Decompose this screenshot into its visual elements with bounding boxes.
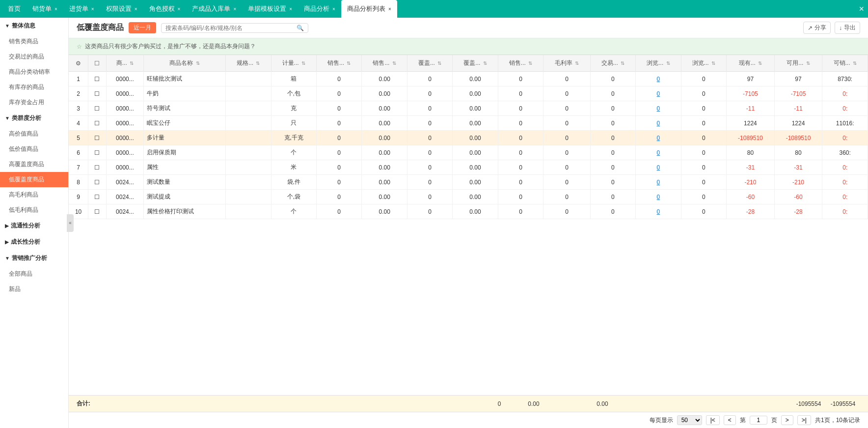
col-header-name[interactable]: 商品名称 ⇅	[144, 55, 226, 72]
export-button[interactable]: ↓ 导出	[835, 22, 860, 34]
table-cell-browse1[interactable]: 0	[636, 131, 681, 145]
nav-tab-单据模板设置[interactable]: 单据模板设置×	[242, 0, 298, 18]
table-cell-browse1[interactable]: 0	[636, 145, 681, 160]
col-header-browse2[interactable]: 浏览... ⇅	[681, 55, 726, 72]
tab-close-icon[interactable]: ×	[289, 6, 292, 12]
nav-tab-首页[interactable]: 首页	[2, 0, 27, 18]
col-header-sales_amt[interactable]: 销售... ⇅	[362, 55, 407, 72]
col-header-available_stock[interactable]: 可用... ⇅	[774, 55, 822, 72]
tab-close-icon[interactable]: ×	[178, 6, 181, 12]
tab-close-icon[interactable]: ×	[233, 6, 236, 12]
sidebar-item-低毛利商品[interactable]: 低毛利商品	[0, 202, 68, 218]
sidebar-section-营销推广分析[interactable]: ▼营销推广分析	[0, 250, 68, 266]
sidebar-section-成长性分析[interactable]: ▶成长性分析	[0, 234, 68, 250]
table-cell-checkbox[interactable]: ☐	[88, 160, 107, 175]
col-header-settings[interactable]: ⚙	[69, 55, 88, 72]
sidebar-item-高覆盖度商品[interactable]: 高覆盖度商品	[0, 157, 68, 172]
table-cell-checkbox[interactable]: ☐	[88, 131, 107, 145]
tab-close-icon[interactable]: ×	[91, 6, 94, 12]
col-header-spec[interactable]: 规格... ⇅	[226, 55, 271, 72]
table-cell-spec	[226, 72, 271, 86]
table-cell-browse1[interactable]: 0	[636, 204, 681, 219]
sidebar-item-全部商品[interactable]: 全部商品	[0, 266, 68, 282]
sidebar-item-低覆盖度商品[interactable]: 低覆盖度商品	[0, 172, 68, 187]
search-input[interactable]	[165, 25, 295, 31]
table-cell-browse1[interactable]: 0	[636, 86, 681, 101]
table-cell-browse1[interactable]: 0	[636, 116, 681, 131]
table-cell-checkbox[interactable]: ☐	[88, 145, 107, 160]
nav-tab-商品分析列表[interactable]: 商品分析列表×	[341, 0, 397, 18]
table-cell-browse1[interactable]: 0	[636, 175, 681, 190]
sidebar-section-整体信息[interactable]: ▼整体信息	[0, 18, 68, 34]
sidebar-item-有库存的商品[interactable]: 有库存的商品	[0, 80, 68, 95]
col-header-cover1[interactable]: 覆盖... ⇅	[407, 55, 452, 72]
table-cell-code: 0000...	[106, 72, 143, 86]
nav-tab-销货单[interactable]: 销货单×	[27, 0, 63, 18]
page-number-input[interactable]	[750, 416, 767, 425]
table-cell-checkbox[interactable]: ☐	[88, 72, 107, 86]
table-cell-settings: 1	[69, 72, 88, 86]
table-cell-settings: 7	[69, 160, 88, 175]
sidebar-item-高毛利商品[interactable]: 高毛利商品	[0, 187, 68, 202]
col-header-code[interactable]: 商... ⇅	[106, 55, 143, 72]
tab-close-icon[interactable]: ×	[332, 6, 335, 12]
top-nav: 首页销货单×进货单×权限设置×角色授权×产成品入库单×单据模板设置×商品分析×商…	[0, 0, 868, 18]
table-cell-cover2: 0.00	[453, 160, 498, 175]
table-cell-browse1[interactable]: 0	[636, 72, 681, 86]
first-page-button[interactable]: |<	[706, 415, 720, 425]
prev-page-button[interactable]: <	[724, 415, 736, 425]
sidebar-collapse-button[interactable]: «	[67, 214, 74, 232]
last-page-button[interactable]: >|	[797, 415, 811, 425]
sidebar-item-销售类商品[interactable]: 销售类商品	[0, 34, 68, 49]
table-cell-sales_amt: 0.00	[362, 72, 407, 86]
col-header-sellable[interactable]: 可销... ⇅	[822, 55, 868, 72]
table-cell-checkbox[interactable]: ☐	[88, 175, 107, 190]
section-arrow: ▶	[5, 223, 9, 228]
nav-tab-权限设置[interactable]: 权限设置×	[100, 0, 143, 18]
col-header-sales_profit[interactable]: 销售... ⇅	[498, 55, 543, 72]
sidebar-item-交易过的商品[interactable]: 交易过的商品	[0, 49, 68, 64]
nav-tab-角色授权[interactable]: 角色授权×	[143, 0, 187, 18]
table-cell-checkbox[interactable]: ☐	[88, 190, 107, 204]
share-button[interactable]: ↗ 分享	[803, 22, 831, 34]
page-size-select[interactable]: 50 100 200	[677, 415, 702, 425]
sidebar-section-流通性分析[interactable]: ▶流通性分析	[0, 218, 68, 234]
table-cell-checkbox[interactable]: ☐	[88, 204, 107, 219]
nav-tab-进货单[interactable]: 进货单×	[63, 0, 100, 18]
table-cell-available_stock: 80	[774, 145, 822, 160]
table-cell-checkbox[interactable]: ☐	[88, 116, 107, 131]
sort-icon: ⇅	[256, 60, 260, 66]
table-cell-browse2: 0	[681, 204, 726, 219]
col-header-sales_qty[interactable]: 销售... ⇅	[316, 55, 361, 72]
sidebar-item-高价值商品[interactable]: 高价值商品	[0, 126, 68, 142]
table-cell-current_stock: -28	[727, 204, 775, 219]
tab-close-icon[interactable]: ×	[388, 6, 391, 12]
table-cell-browse1[interactable]: 0	[636, 160, 681, 175]
col-header-margin[interactable]: 毛利率 ⇅	[543, 55, 591, 72]
nav-tab-产成品入库单[interactable]: 产成品入库单×	[186, 0, 242, 18]
tab-close-icon[interactable]: ×	[135, 6, 137, 12]
table-cell-checkbox[interactable]: ☐	[88, 101, 107, 116]
col-header-cover2[interactable]: 覆盖... ⇅	[453, 55, 498, 72]
table-cell-trade: 0	[590, 101, 635, 116]
table-cell-browse1[interactable]: 0	[636, 190, 681, 204]
table-cell-checkbox[interactable]: ☐	[88, 86, 107, 101]
nav-tab-商品分析[interactable]: 商品分析×	[298, 0, 341, 18]
sidebar-item-库存资金占用[interactable]: 库存资金占用	[0, 95, 68, 110]
col-header-browse1[interactable]: 浏览... ⇅	[636, 55, 681, 72]
sidebar-item-新品[interactable]: 新品	[0, 282, 68, 297]
col-header-unit[interactable]: 计量... ⇅	[271, 55, 316, 72]
sidebar-item-商品分类动销率[interactable]: 商品分类动销率	[0, 64, 68, 80]
col-header-trade[interactable]: 交易... ⇅	[590, 55, 635, 72]
table-wrapper[interactable]: ⚙☐商... ⇅商品名称 ⇅规格... ⇅计量... ⇅销售... ⇅销售...…	[69, 55, 868, 395]
col-header-current_stock[interactable]: 现有... ⇅	[727, 55, 775, 72]
col-header-checkbox[interactable]: ☐	[88, 55, 107, 72]
tab-close-icon[interactable]: ×	[54, 6, 57, 12]
table-cell-browse1[interactable]: 0	[636, 101, 681, 116]
table-cell-browse2: 0	[681, 116, 726, 131]
next-page-button[interactable]: >	[781, 415, 793, 425]
close-all-icon[interactable]: ×	[859, 4, 864, 13]
filter-period-button[interactable]: 近一月	[129, 22, 156, 33]
sidebar-item-低价值商品[interactable]: 低价值商品	[0, 142, 68, 157]
sidebar-section-类群度分析[interactable]: ▼类群度分析	[0, 110, 68, 126]
